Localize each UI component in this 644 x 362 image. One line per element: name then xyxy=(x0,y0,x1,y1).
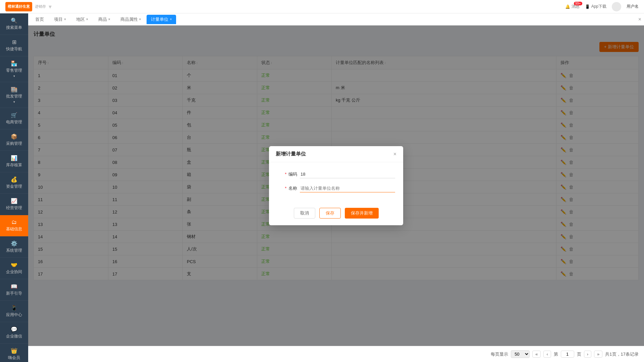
sidebar-quicknav-label: 快捷导航 xyxy=(6,46,22,52)
sidebar-purchase-label: 采购管理 xyxy=(6,141,22,146)
modal-title: 新增计量单位 xyxy=(276,151,306,157)
sidebar-wholesale-label: 批发管理 xyxy=(6,94,22,99)
page-label-before: 第 xyxy=(554,351,558,357)
tab-measure-unit-close[interactable]: × xyxy=(170,17,172,21)
sidebar-item-system[interactable]: ⚙️ 系统管理 xyxy=(0,236,28,258)
main-layout: 🔍 搜索菜单 ⊞ 快捷导航 🏪 零售管理 ▾ 🏬 批发管理 ▾ 🛒 电商管理 📦… xyxy=(0,13,644,362)
modal-add-measure-unit: 新增计量单位 × * 编码 * xyxy=(269,146,403,225)
tab-region-close[interactable]: × xyxy=(86,17,88,21)
sidebar-item-finance[interactable]: 💰 资金管理 xyxy=(0,172,28,194)
tab-home[interactable]: 首页 xyxy=(31,15,48,24)
save-button[interactable]: 保存 xyxy=(319,208,341,219)
sidebar-system-label: 系统管理 xyxy=(6,248,22,253)
finance-icon: 💰 xyxy=(11,176,17,183)
app-download-label: App下载 xyxy=(591,4,606,9)
required-star-code: * xyxy=(285,172,286,177)
app-logo: 橙林通好生意 xyxy=(5,2,32,11)
sidebar-item-purchase[interactable]: 📦 采购管理 xyxy=(0,129,28,151)
form-name-label: * 名称 xyxy=(277,185,297,191)
top-header: 橙林通好生意 进销存 ▾ 🔔 消息 99+ 📱 App下载 用户名 xyxy=(0,0,644,13)
app-download-link[interactable]: 📱 App下载 xyxy=(585,4,606,9)
system-icon: ⚙️ xyxy=(11,240,17,247)
enterprise-icon: 💬 xyxy=(11,326,17,333)
last-page-button[interactable]: » xyxy=(594,351,602,358)
sidebar-partner-label: 企业协同 xyxy=(6,269,22,275)
sidebar-newbie-label: 新手引导 xyxy=(6,291,22,296)
logo-subtitle: 进销存 xyxy=(35,4,46,9)
sidebar-item-enterprise[interactable]: 💬 企业微信 xyxy=(0,322,28,344)
expand-icon: ▾ xyxy=(13,74,15,78)
member-icon: 👑 xyxy=(11,348,17,354)
sidebar-appcenter-label: 应用中心 xyxy=(6,312,22,318)
first-page-button[interactable]: « xyxy=(532,351,541,358)
tab-project-close[interactable]: × xyxy=(64,17,66,21)
sidebar-finance-label: 资金管理 xyxy=(6,184,22,189)
grid-icon: ⊞ xyxy=(12,39,16,45)
content-area: 首页 项目 × 地区 × 商品 × 商品属性 × 计量单位 × × xyxy=(28,13,644,362)
basic-icon: 🗂 xyxy=(11,219,17,225)
tab-bar: 首页 项目 × 地区 × 商品 × 商品属性 × 计量单位 × × xyxy=(28,13,644,25)
sidebar-enterprise-label: 企业微信 xyxy=(6,334,22,339)
close-all-tabs-button[interactable]: × xyxy=(638,16,641,22)
sidebar-item-partner[interactable]: 🤝 企业协同 xyxy=(0,258,28,279)
sidebar-ecommerce-label: 电商管理 xyxy=(6,119,22,125)
appcenter-icon: 📱 xyxy=(11,305,17,311)
sidebar-member-label: 嗨会员 xyxy=(8,355,20,361)
sidebar-item-ecommerce[interactable]: 🛒 电商管理 xyxy=(0,108,28,129)
sidebar-item-basic[interactable]: 🗂 基础信息 xyxy=(0,215,28,236)
tab-project[interactable]: 项目 × xyxy=(50,15,70,24)
tab-product[interactable]: 商品 × xyxy=(94,15,115,24)
required-star-name: * xyxy=(285,186,286,191)
sidebar-inventory-label: 库存核算 xyxy=(6,162,22,168)
modal-header: 新增计量单位 × xyxy=(269,146,403,162)
page-number-input[interactable] xyxy=(561,351,574,358)
tab-region[interactable]: 地区 × xyxy=(72,15,93,24)
search-icon: 🔍 xyxy=(11,17,17,24)
tab-product-attr-label: 商品属性 xyxy=(120,16,138,22)
cancel-button[interactable]: 取消 xyxy=(294,208,315,219)
sidebar-item-operation[interactable]: 📈 经营管理 xyxy=(0,194,28,215)
form-name-input[interactable] xyxy=(300,184,395,192)
wholesale-icon: 🏬 xyxy=(11,86,17,93)
tab-measure-unit-label: 计量单位 xyxy=(151,16,168,22)
form-row-name: * 名称 xyxy=(277,184,395,192)
expand-icon2: ▾ xyxy=(13,100,15,104)
page-size-select[interactable]: 50 10 20 100 xyxy=(511,350,530,358)
sidebar-item-search[interactable]: 🔍 搜索菜单 xyxy=(0,13,28,35)
newbie-icon: 📖 xyxy=(11,283,17,290)
next-page-button[interactable]: › xyxy=(584,351,591,358)
sidebar-item-appcenter[interactable]: 📱 应用中心 xyxy=(0,301,28,322)
chevron-down-icon: ▾ xyxy=(49,3,52,10)
phone-icon: 📱 xyxy=(585,4,590,9)
sidebar-retail-label: 零售管理 xyxy=(6,68,22,73)
message-badge[interactable]: 🔔 消息 99+ xyxy=(565,4,580,9)
modal-close-button[interactable]: × xyxy=(393,151,396,157)
sidebar-item-newbie[interactable]: 📖 新手引导 xyxy=(0,279,28,301)
sidebar-basic-label: 基础信息 xyxy=(6,226,22,232)
save-and-new-button[interactable]: 保存并新增 xyxy=(345,208,379,219)
bell-icon: 🔔 xyxy=(565,4,570,9)
form-code-input[interactable] xyxy=(300,170,395,178)
logo-area: 橙林通好生意 进销存 ▾ xyxy=(5,2,52,11)
tab-home-label: 首页 xyxy=(35,16,44,22)
tab-measure-unit[interactable]: 计量单位 × xyxy=(147,15,176,24)
tab-product-label: 商品 xyxy=(98,16,107,22)
page-label-after: 页 xyxy=(577,351,581,357)
sidebar-item-retail[interactable]: 🏪 零售管理 ▾ xyxy=(0,56,28,82)
modal-footer: 取消 保存 保存并新增 xyxy=(269,204,403,225)
avatar[interactable] xyxy=(612,2,621,11)
prev-page-button[interactable]: ‹ xyxy=(543,351,551,358)
sidebar-item-quick-nav[interactable]: ⊞ 快捷导航 xyxy=(0,35,28,56)
tab-project-label: 项目 xyxy=(54,16,63,22)
header-right: 🔔 消息 99+ 📱 App下载 用户名 xyxy=(565,2,639,11)
tab-product-close[interactable]: × xyxy=(108,17,110,21)
tab-product-attr-close[interactable]: × xyxy=(139,17,141,21)
sidebar-item-member[interactable]: 👑 嗨会员 xyxy=(0,344,28,362)
tab-product-attr[interactable]: 商品属性 × xyxy=(116,15,146,24)
sidebar-item-wholesale[interactable]: 🏬 批发管理 ▾ xyxy=(0,82,28,108)
modal-body: * 编码 * 名称 xyxy=(269,162,403,204)
operation-icon: 📈 xyxy=(11,198,17,204)
sidebar-operation-label: 经营管理 xyxy=(6,205,22,211)
sidebar-item-inventory[interactable]: 📊 库存核算 xyxy=(0,151,28,172)
page-content: 计量单位 + 新增计量单位 序号↕ 编码↕ 名称↕ 状态↕ 计量单位匹配的名称列… xyxy=(28,25,644,346)
